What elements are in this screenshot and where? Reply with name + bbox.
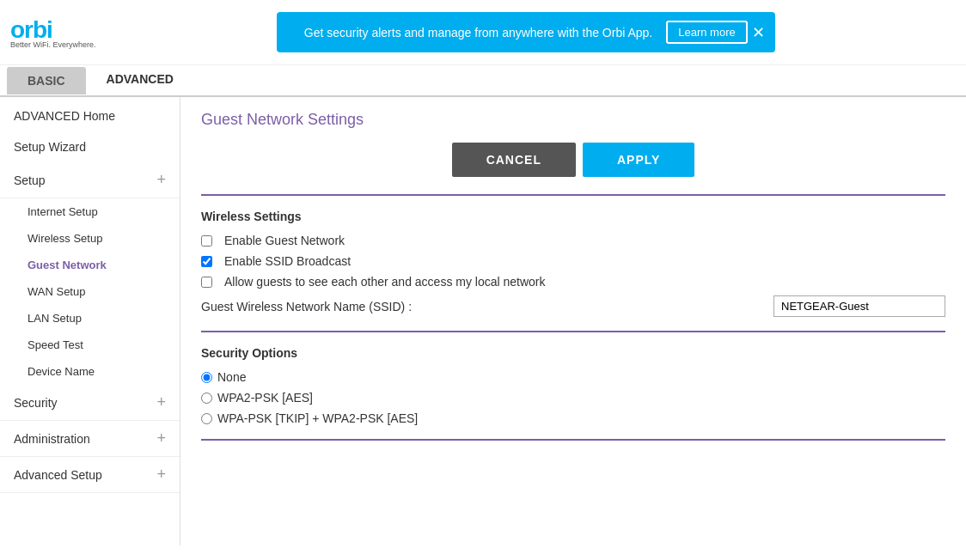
action-bar: CANCEL APPLY <box>201 143 945 177</box>
radio-wpa2-row: WPA2-PSK [AES] <box>201 391 945 405</box>
banner-text: Get security alerts and manage from anyw… <box>304 26 652 40</box>
enable-ssid-broadcast-label: Enable SSID Broadcast <box>224 254 351 268</box>
logo: orbi Better WiFi. Everywhere. <box>10 16 96 49</box>
sidebar-item-advanced-home[interactable]: ADVANCED Home <box>0 100 180 131</box>
allow-guests-row: Allow guests to see each other and acces… <box>201 275 945 289</box>
sidebar-item-guest-network[interactable]: Guest Network <box>0 252 180 278</box>
security-expand-icon: + <box>156 393 166 411</box>
sidebar-item-setup[interactable]: Setup + <box>0 162 180 198</box>
sidebar-item-internet-setup[interactable]: Internet Setup <box>0 198 180 225</box>
sidebar: ADVANCED Home Setup Wizard Setup + Inter… <box>0 97 180 545</box>
radio-wpa2-label: WPA2-PSK [AES] <box>217 391 313 405</box>
top-divider <box>201 194 945 196</box>
security-options: None WPA2-PSK [AES] WPA-PSK [TKIP] + WPA… <box>201 370 945 425</box>
administration-expand-icon: + <box>156 429 166 447</box>
banner-close-button[interactable]: ✕ <box>752 25 765 40</box>
radio-wpa-mixed-row: WPA-PSK [TKIP] + WPA2-PSK [AES] <box>201 411 945 425</box>
page-title: Guest Network Settings <box>201 111 945 129</box>
radio-wpa-mixed[interactable] <box>201 413 212 424</box>
learn-more-button[interactable]: Learn more <box>666 21 747 44</box>
enable-guest-network-checkbox[interactable] <box>201 235 212 247</box>
wireless-settings-title: Wireless Settings <box>201 210 945 223</box>
enable-guest-network-label: Enable Guest Network <box>224 234 345 247</box>
enable-ssid-broadcast-row: Enable SSID Broadcast <box>201 254 945 268</box>
advanced-setup-expand-icon: + <box>156 466 166 484</box>
sidebar-item-speed-test[interactable]: Speed Test <box>0 332 180 358</box>
radio-wpa-mixed-label: WPA-PSK [TKIP] + WPA2-PSK [AES] <box>217 411 418 425</box>
ssid-row: Guest Wireless Network Name (SSID) : <box>201 295 945 317</box>
radio-wpa2[interactable] <box>201 393 212 404</box>
sidebar-item-advanced-setup[interactable]: Advanced Setup + <box>0 457 180 493</box>
enable-guest-network-row: Enable Guest Network <box>201 234 945 247</box>
radio-none-row: None <box>201 370 945 384</box>
radio-none[interactable] <box>201 372 212 383</box>
sidebar-item-device-name[interactable]: Device Name <box>0 358 180 385</box>
sidebar-item-wan-setup[interactable]: WAN Setup <box>0 278 180 305</box>
middle-divider <box>201 331 945 332</box>
cancel-button[interactable]: CANCEL <box>452 143 576 177</box>
sidebar-item-setup-wizard[interactable]: Setup Wizard <box>0 131 180 162</box>
sidebar-item-lan-setup[interactable]: LAN Setup <box>0 305 180 332</box>
ssid-input[interactable] <box>773 295 945 317</box>
top-nav: BASIC ADVANCED <box>0 65 966 97</box>
logo-sub: Better WiFi. Everywhere. <box>10 40 96 49</box>
main-content: Guest Network Settings CANCEL APPLY Wire… <box>180 97 966 545</box>
tab-basic[interactable]: BASIC <box>7 67 86 94</box>
setup-expand-icon: + <box>156 171 166 189</box>
sidebar-item-administration[interactable]: Administration + <box>0 421 180 457</box>
sidebar-item-wireless-setup[interactable]: Wireless Setup <box>0 225 180 252</box>
radio-none-label: None <box>217 370 246 384</box>
apply-button[interactable]: APPLY <box>583 143 694 177</box>
allow-guests-checkbox[interactable] <box>201 277 212 288</box>
ssid-label: Guest Wireless Network Name (SSID) : <box>201 300 412 313</box>
security-options-title: Security Options <box>201 346 945 360</box>
enable-ssid-broadcast-checkbox[interactable] <box>201 256 212 267</box>
allow-guests-label: Allow guests to see each other and acces… <box>224 275 546 289</box>
tab-advanced[interactable]: ADVANCED <box>86 65 194 95</box>
notification-banner: Get security alerts and manage from anyw… <box>277 12 775 52</box>
bottom-divider <box>201 439 945 441</box>
sidebar-item-security[interactable]: Security + <box>0 385 180 421</box>
